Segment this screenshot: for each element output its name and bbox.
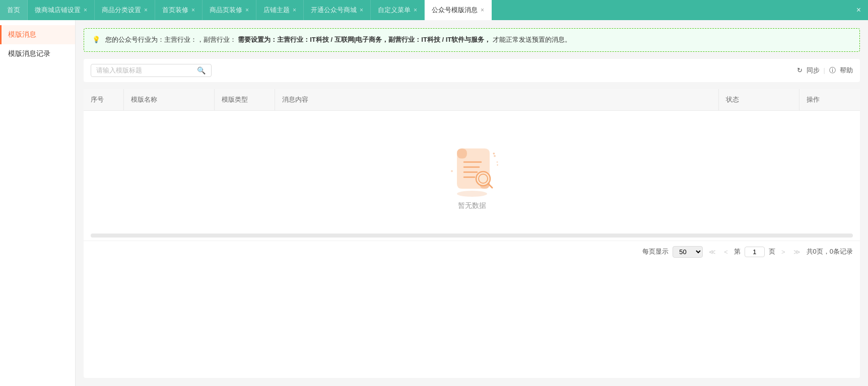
main-layout: 模版消息模版消息记录 💡 您的公众号行业为：主营行业：，副营行业： 需要设置为：… — [0, 20, 868, 386]
nav-tab-template-msg[interactable]: 公众号模版消息 × — [425, 0, 492, 20]
table-header-name: 模版名称 — [124, 89, 215, 110]
table-header-action: 操作 — [799, 89, 860, 110]
page-summary: 共0页，0条记录 — [807, 247, 853, 256]
per-page-select[interactable]: 102050100 — [673, 246, 703, 258]
alert-banner: 💡 您的公众号行业为：主营行业：，副营行业： 需要设置为：主营行业：IT科技 /… — [84, 28, 860, 52]
nav-tab-product-decoration[interactable]: 商品页装修 × — [203, 0, 256, 20]
nav-tab-close[interactable]: × — [360, 7, 363, 13]
nav-tab-custom-menu[interactable]: 自定义菜单 × — [371, 0, 425, 20]
content-area: 💡 您的公众号行业为：主营行业：，副营行业： 需要设置为：主营行业：IT科技 /… — [76, 20, 868, 386]
page-input[interactable] — [745, 247, 765, 257]
per-page-label: 每页显示 — [642, 247, 669, 256]
help-icon: ⓘ — [829, 66, 836, 75]
empty-illustration: ✦ ✦ — [442, 141, 502, 201]
nav-tab-shop-settings[interactable]: 微商城店铺设置 × — [28, 0, 95, 20]
nav-tab-close[interactable]: × — [245, 7, 249, 13]
nav-tab-label: 商品分类设置 — [102, 6, 141, 15]
nav-tab-close[interactable]: × — [293, 7, 296, 13]
sidebar: 模版消息模版消息记录 — [0, 20, 76, 386]
nav-tab-close[interactable]: × — [144, 7, 148, 13]
last-page-button[interactable]: ≫ — [791, 247, 803, 257]
svg-point-0 — [457, 191, 487, 197]
nav-tab-close[interactable]: × — [191, 7, 195, 13]
nav-tab-label: 首页装修 — [162, 6, 188, 15]
table-header-type: 模版类型 — [215, 89, 275, 110]
nav-tab-label: 自定义菜单 — [378, 6, 411, 15]
nav-tab-home[interactable]: 首页 — [0, 0, 28, 20]
nav-tab-open-mall[interactable]: 开通公众号商城 × — [304, 0, 371, 20]
nav-tab-category-settings[interactable]: 商品分类设置 × — [95, 0, 155, 20]
page-label-prefix: 第 — [734, 247, 741, 256]
alert-prefix: 您的公众号行业为：主营行业：，副营行业： — [105, 36, 236, 43]
table-header-content: 消息内容 — [275, 89, 719, 110]
data-table: 序号模版名称模版类型消息内容状态操作 — [84, 89, 860, 378]
alert-suffix: 才能正常发送预置的消息。 — [493, 36, 571, 43]
svg-text:✦: ✦ — [496, 164, 499, 167]
prev-page-button[interactable]: < — [722, 247, 730, 257]
nav-tab-close[interactable]: × — [481, 7, 484, 13]
scrollbar-area[interactable] — [84, 230, 860, 241]
alert-highlight: 需要设置为：主营行业：IT科技 / 互联网|电子商务，副营行业：IT科技 / I… — [238, 36, 491, 43]
sync-icon: ↻ — [797, 66, 803, 74]
nav-tab-label: 公众号模版消息 — [432, 6, 478, 15]
sidebar-item-template-msg-log[interactable]: 模版消息记录 — [0, 44, 75, 63]
divider: | — [824, 66, 825, 74]
table-header-status: 状态 — [719, 89, 799, 110]
search-input-wrap: 🔍 — [91, 64, 212, 77]
close-all-button[interactable]: × — [849, 6, 868, 15]
nav-tab-label: 首页 — [7, 6, 20, 15]
first-page-button[interactable]: ≪ — [707, 247, 718, 257]
nav-tab-label: 商品页装修 — [210, 6, 242, 15]
nav-tab-store-theme[interactable]: 店铺主题 × — [256, 0, 304, 20]
help-button[interactable]: 帮助 — [840, 66, 853, 75]
nav-tab-close[interactable]: × — [84, 7, 87, 13]
search-bar: 🔍 ↻ 同步 | ⓘ 帮助 — [84, 59, 860, 82]
table-header: 序号模版名称模版类型消息内容状态操作 — [84, 89, 860, 111]
scroll-track[interactable] — [91, 234, 853, 238]
nav-tab-label: 开通公众号商城 — [311, 6, 357, 15]
pagination: 每页显示 102050100 ≪ < 第 页 > ≫ 共0页，0条记录 — [84, 241, 860, 263]
top-navigation: 首页微商城店铺设置 ×商品分类设置 ×首页装修 ×商品页装修 ×店铺主题 ×开通… — [0, 0, 868, 20]
svg-point-9 — [496, 161, 498, 163]
sidebar-item-template-msg[interactable]: 模版消息 — [0, 25, 75, 44]
nav-tab-home-decoration[interactable]: 首页装修 × — [155, 0, 203, 20]
next-page-button[interactable]: > — [779, 247, 787, 257]
nav-tab-label: 店铺主题 — [263, 6, 290, 15]
search-input[interactable] — [96, 66, 197, 74]
page-label-suffix: 页 — [769, 247, 775, 256]
nav-tab-label: 微商城店铺设置 — [35, 6, 81, 15]
toolbar-right: ↻ 同步 | ⓘ 帮助 — [797, 66, 853, 75]
table-header-seq: 序号 — [84, 89, 124, 110]
svg-point-10 — [451, 170, 453, 172]
alert-icon: 💡 — [92, 36, 100, 43]
empty-state: ✦ ✦ 暂无数据 — [84, 111, 860, 230]
svg-text:✦: ✦ — [492, 151, 496, 156]
sync-button[interactable]: 同步 — [807, 66, 820, 75]
nav-tab-close[interactable]: × — [414, 7, 417, 13]
empty-text: 暂无数据 — [458, 201, 486, 210]
search-icon[interactable]: 🔍 — [197, 66, 206, 74]
